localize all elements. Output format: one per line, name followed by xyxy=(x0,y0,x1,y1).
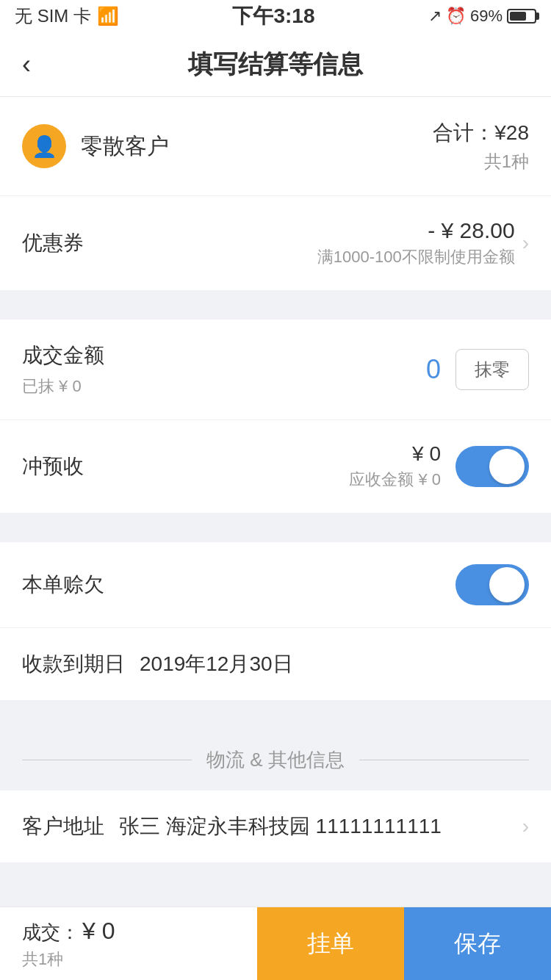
prepay-right: ¥ 0 应收金额 ¥ 0 xyxy=(349,442,529,491)
location-icon: ↗ xyxy=(428,7,442,26)
transaction-section: 成交金额 已抹 ¥ 0 0 抹零 冲预收 ¥ 0 应收金额 ¥ 0 xyxy=(0,320,551,513)
prepay-receivable: 应收金额 ¥ 0 xyxy=(349,469,441,491)
divider-3 xyxy=(0,715,551,729)
address-label: 客户地址 xyxy=(22,813,104,840)
address-row[interactable]: 客户地址 张三 海淀永丰科技园 11111111111 › xyxy=(0,790,551,862)
transaction-left: 成交金额 已抹 ¥ 0 xyxy=(22,342,104,397)
status-bar: 无 SIM 卡 📶 下午3:18 ↗ ⏰ 69% xyxy=(0,0,551,32)
debt-label: 本单赊欠 xyxy=(22,571,104,599)
logistics-label: 物流 & 其他信息 xyxy=(206,747,345,773)
status-left: 无 SIM 卡 📶 xyxy=(15,4,119,28)
debt-toggle-thumb xyxy=(489,567,525,602)
divider-1 xyxy=(0,305,551,320)
prepay-label: 冲预收 xyxy=(22,453,84,480)
transaction-already-rounded: 已抹 ¥ 0 xyxy=(22,375,104,397)
transaction-label: 成交金额 xyxy=(22,342,104,370)
prepay-values: ¥ 0 应收金额 ¥ 0 xyxy=(349,442,441,491)
transaction-row: 成交金额 已抹 ¥ 0 0 抹零 xyxy=(0,320,551,420)
wifi-icon: 📶 xyxy=(97,6,119,26)
prepay-amount: ¥ 0 xyxy=(349,442,441,466)
bottom-left: 成交： ¥ 0 共1种 xyxy=(0,918,257,970)
page-title: 填写结算等信息 xyxy=(188,48,363,82)
prepay-row: 冲预收 ¥ 0 应收金额 ¥ 0 xyxy=(0,420,551,513)
prepay-toggle[interactable] xyxy=(455,446,529,487)
customer-name: 零散客户 xyxy=(81,131,169,162)
alarm-icon: ⏰ xyxy=(446,7,466,26)
transaction-value: 0 xyxy=(426,354,441,385)
carrier-text: 无 SIM 卡 xyxy=(15,4,91,28)
content-area: 👤 零散客户 合计：¥28 共1种 优惠券 - ¥ 28.00 满1000-10… xyxy=(0,97,551,980)
debt-section: 本单赊欠 收款到期日 2019年12月30日 xyxy=(0,542,551,700)
coupon-content: - ¥ 28.00 满1000-100不限制使用金额 xyxy=(317,218,515,268)
status-right: ↗ ⏰ 69% xyxy=(428,7,536,26)
customer-avatar: 👤 xyxy=(22,124,66,168)
coupon-label: 优惠券 xyxy=(22,229,84,257)
duedate-label: 收款到期日 xyxy=(22,650,125,678)
bottom-bar: 成交： ¥ 0 共1种 挂单 保存 xyxy=(0,907,551,980)
customer-total: 合计：¥28 xyxy=(433,119,529,147)
logistics-header: 物流 & 其他信息 xyxy=(0,729,551,790)
battery-icon xyxy=(507,9,536,24)
coupon-discount: - ¥ 28.00 xyxy=(317,218,515,243)
bottom-transaction-value: ¥ 0 xyxy=(82,918,115,945)
customer-row: 👤 零散客户 合计：¥28 共1种 xyxy=(0,97,551,195)
avatar-icon: 👤 xyxy=(32,134,57,159)
address-chevron-icon: › xyxy=(522,815,529,838)
debt-toggle[interactable] xyxy=(455,564,529,605)
bottom-count: 共1种 xyxy=(22,948,235,970)
address-value: 张三 海淀永丰科技园 11111111111 xyxy=(119,813,522,840)
customer-section: 👤 零散客户 合计：¥28 共1种 优惠券 - ¥ 28.00 满1000-10… xyxy=(0,97,551,290)
coupon-row[interactable]: 优惠券 - ¥ 28.00 满1000-100不限制使用金额 › xyxy=(0,195,551,290)
coupon-right: - ¥ 28.00 满1000-100不限制使用金额 › xyxy=(317,218,529,268)
nav-bar: ‹ 填写结算等信息 xyxy=(0,32,551,97)
hold-button[interactable]: 挂单 xyxy=(257,907,404,981)
logistics-section: 物流 & 其他信息 xyxy=(0,729,551,790)
back-button[interactable]: ‹ xyxy=(22,49,31,80)
coupon-chevron-icon: › xyxy=(522,231,529,255)
transaction-right: 0 抹零 xyxy=(426,349,529,390)
customer-totals: 合计：¥28 共1种 xyxy=(433,119,529,173)
coupon-description: 满1000-100不限制使用金额 xyxy=(317,246,515,268)
duedate-row: 收款到期日 2019年12月30日 xyxy=(0,627,551,700)
battery-text: 69% xyxy=(470,7,503,26)
debt-row: 本单赊欠 xyxy=(0,542,551,627)
duedate-value: 2019年12月30日 xyxy=(140,650,293,678)
save-button[interactable]: 保存 xyxy=(404,907,551,981)
customer-count: 共1种 xyxy=(433,150,529,173)
customer-info: 👤 零散客户 xyxy=(22,124,169,168)
status-time: 下午3:18 xyxy=(232,2,314,30)
address-section: 客户地址 张三 海淀永丰科技园 11111111111 › xyxy=(0,790,551,862)
bottom-transaction-row: 成交： ¥ 0 xyxy=(22,918,235,945)
bottom-transaction-label: 成交： xyxy=(22,920,79,945)
round-zero-button[interactable]: 抹零 xyxy=(455,349,529,390)
divider-2 xyxy=(0,527,551,542)
toggle-thumb xyxy=(489,449,525,484)
